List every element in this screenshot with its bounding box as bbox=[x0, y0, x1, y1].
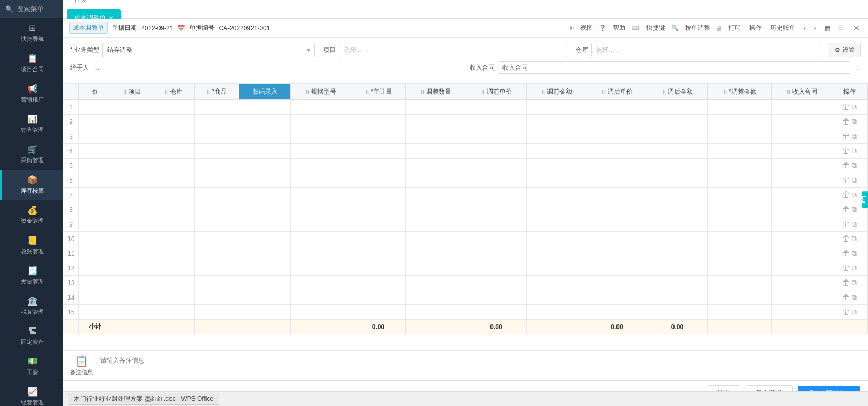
cell-scan-input[interactable] bbox=[239, 188, 291, 202]
cell-post-adj-amount[interactable] bbox=[647, 202, 708, 217]
cell-adj-amount[interactable] bbox=[707, 290, 772, 305]
cell-main-qty[interactable] bbox=[351, 129, 405, 144]
cell-post-adj-price[interactable] bbox=[587, 144, 647, 159]
cell-post-adj-amount[interactable] bbox=[647, 159, 708, 173]
delete-icon[interactable]: 🗑 bbox=[842, 190, 850, 199]
cell-warehouse[interactable] bbox=[153, 217, 194, 232]
cell-project[interactable] bbox=[111, 290, 153, 305]
cell-project[interactable] bbox=[111, 217, 153, 232]
cell-pre-adj-price[interactable] bbox=[466, 173, 527, 188]
cell-scan-input[interactable] bbox=[239, 217, 291, 232]
delete-icon[interactable]: 🗑 bbox=[842, 264, 850, 273]
copy-icon[interactable]: ⧉ bbox=[852, 190, 857, 199]
cell-project[interactable] bbox=[111, 202, 153, 217]
cell-adj-qty[interactable] bbox=[406, 261, 466, 276]
notes-input[interactable] bbox=[98, 355, 861, 366]
income-contract-input[interactable] bbox=[498, 61, 850, 74]
cell-income-contract[interactable] bbox=[772, 217, 832, 232]
cell-main-qty[interactable] bbox=[351, 305, 405, 320]
cell-warehouse[interactable] bbox=[153, 100, 194, 115]
wps-file-label[interactable]: 木门行业好业财处理方案-墨红红.doc - WPS Office bbox=[68, 393, 219, 405]
cell-income-contract[interactable] bbox=[772, 100, 832, 115]
cell-income-contract[interactable] bbox=[772, 305, 832, 320]
warehouse-select[interactable]: 选择... ... bbox=[591, 43, 820, 57]
cell-warehouse[interactable] bbox=[153, 144, 194, 159]
cell-pre-adj-amount[interactable] bbox=[527, 129, 587, 144]
cell-product[interactable] bbox=[194, 188, 239, 202]
cell-product[interactable] bbox=[194, 276, 239, 290]
cell-pre-adj-amount[interactable] bbox=[527, 246, 587, 261]
cell-adj-amount[interactable] bbox=[707, 144, 772, 159]
cell-scan-input[interactable] bbox=[239, 305, 291, 320]
cell-spec-type[interactable] bbox=[291, 159, 351, 173]
cell-scan-input[interactable] bbox=[239, 144, 291, 159]
cell-adj-qty[interactable] bbox=[406, 246, 466, 261]
copy-icon[interactable]: ⧉ bbox=[852, 220, 857, 229]
cell-warehouse[interactable] bbox=[153, 159, 194, 173]
help-btn[interactable]: 帮助 bbox=[611, 22, 627, 33]
cell-settings[interactable] bbox=[79, 232, 111, 246]
cell-post-adj-price[interactable] bbox=[587, 276, 647, 290]
cell-product[interactable] bbox=[194, 232, 239, 246]
cell-adj-qty[interactable] bbox=[406, 276, 466, 290]
cell-settings[interactable] bbox=[79, 188, 111, 202]
cell-settings[interactable] bbox=[79, 159, 111, 173]
cell-pre-adj-amount[interactable] bbox=[527, 232, 587, 246]
cell-spec-type[interactable] bbox=[291, 188, 351, 202]
cell-project[interactable] bbox=[111, 115, 153, 129]
cell-income-contract[interactable] bbox=[772, 173, 832, 188]
cell-product[interactable] bbox=[194, 129, 239, 144]
copy-icon[interactable]: ⧉ bbox=[852, 146, 857, 155]
cell-post-adj-price[interactable] bbox=[587, 261, 647, 276]
cell-adj-amount[interactable] bbox=[707, 115, 772, 129]
copy-icon[interactable]: ⧉ bbox=[852, 205, 857, 214]
cell-post-adj-price[interactable] bbox=[587, 217, 647, 232]
cell-post-adj-amount[interactable] bbox=[647, 100, 708, 115]
sidebar-item-fund-mgmt[interactable]: 💰 资金管理 bbox=[0, 200, 63, 230]
cell-product[interactable] bbox=[194, 217, 239, 232]
delete-icon[interactable]: 🗑 bbox=[842, 308, 850, 317]
delete-icon[interactable]: 🗑 bbox=[842, 176, 850, 185]
cell-adj-qty[interactable] bbox=[406, 129, 466, 144]
cell-warehouse[interactable] bbox=[153, 173, 194, 188]
cell-project[interactable] bbox=[111, 261, 153, 276]
cell-pre-adj-price[interactable] bbox=[466, 232, 527, 246]
cell-product[interactable] bbox=[194, 144, 239, 159]
cell-post-adj-price[interactable] bbox=[587, 305, 647, 320]
copy-icon[interactable]: ⧉ bbox=[852, 234, 857, 243]
cell-project[interactable] bbox=[111, 305, 153, 320]
cell-adj-amount[interactable] bbox=[707, 305, 772, 320]
print-btn[interactable]: 打印 bbox=[726, 22, 743, 33]
cell-pre-adj-price[interactable] bbox=[466, 100, 527, 115]
delete-icon[interactable]: 🗑 bbox=[842, 234, 850, 243]
cell-product[interactable] bbox=[194, 305, 239, 320]
cell-post-adj-amount[interactable] bbox=[647, 276, 708, 290]
cell-pre-adj-amount[interactable] bbox=[527, 159, 587, 173]
cell-product[interactable] bbox=[194, 159, 239, 173]
cell-pre-adj-price[interactable] bbox=[466, 202, 527, 217]
cell-spec-type[interactable] bbox=[291, 115, 351, 129]
cell-warehouse[interactable] bbox=[153, 115, 194, 129]
cell-product[interactable] bbox=[194, 202, 239, 217]
cell-main-qty[interactable] bbox=[351, 246, 405, 261]
history-btn[interactable]: 历史账单 bbox=[768, 22, 797, 33]
cell-project[interactable] bbox=[111, 159, 153, 173]
cell-scan-input[interactable] bbox=[239, 261, 291, 276]
cell-action[interactable]: 🗑 ⧉ bbox=[832, 129, 867, 144]
delete-icon[interactable]: 🗑 bbox=[842, 132, 850, 141]
cell-pre-adj-amount[interactable] bbox=[527, 115, 587, 129]
cell-adj-amount[interactable] bbox=[707, 276, 772, 290]
sidebar-item-ledger-mgmt[interactable]: 📒 总账管理 bbox=[0, 230, 63, 261]
cell-post-adj-price[interactable] bbox=[587, 290, 647, 305]
cell-settings[interactable] bbox=[79, 144, 111, 159]
sidebar-item-purchase-mgmt[interactable]: 🛒 采购管理 bbox=[0, 139, 63, 170]
cell-adj-qty[interactable] bbox=[406, 115, 466, 129]
shortcut-btn[interactable]: 快捷键 bbox=[644, 22, 667, 33]
cell-spec-type[interactable] bbox=[291, 246, 351, 261]
cell-post-adj-price[interactable] bbox=[587, 115, 647, 129]
copy-icon[interactable]: ⧉ bbox=[852, 176, 857, 185]
cell-post-adj-price[interactable] bbox=[587, 173, 647, 188]
cell-adj-amount[interactable] bbox=[707, 159, 772, 173]
cell-project[interactable] bbox=[111, 246, 153, 261]
cell-action[interactable]: 🗑 ⧉ bbox=[832, 232, 867, 246]
